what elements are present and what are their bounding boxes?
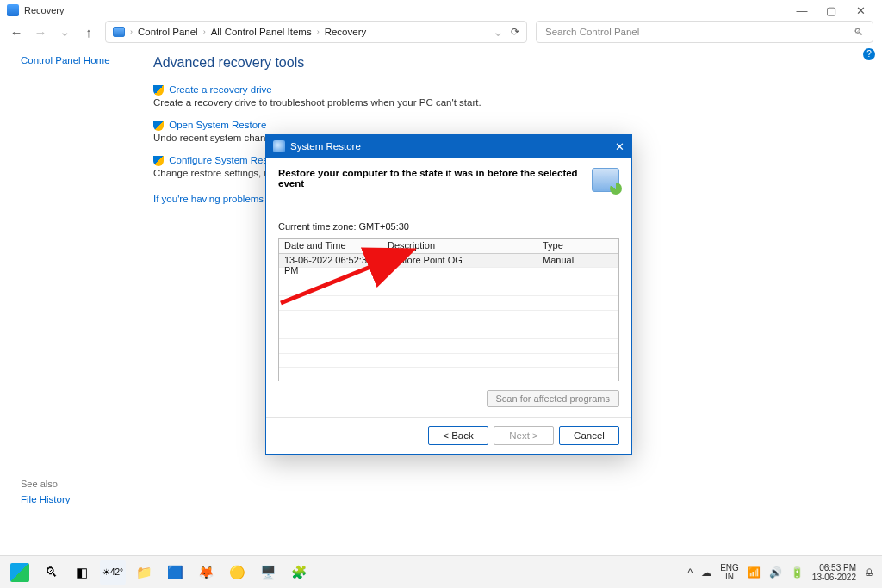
- breadcrumb[interactable]: Recovery: [325, 27, 367, 37]
- search-placeholder: Search Control Panel: [545, 27, 639, 37]
- restore-monitor-icon: [592, 168, 619, 192]
- shield-icon: [153, 156, 164, 166]
- taskbar[interactable]: 🔍︎ ◧ ☀42° 📁 🟦 🦊 🟡 🖥️ 🧩 ^ ☁ ENGIN 📶 🔊 🔋 0…: [0, 555, 882, 588]
- cancel-button[interactable]: Cancel: [559, 426, 619, 445]
- chevron-right-icon: ›: [203, 28, 206, 36]
- chevron-right-icon: ›: [317, 28, 320, 36]
- back-button[interactable]: < Back: [428, 426, 488, 445]
- col-type[interactable]: Type: [537, 239, 618, 253]
- pc-icon: [113, 27, 125, 37]
- cell-description: Restore Point OG: [382, 254, 537, 268]
- open-system-restore-link[interactable]: Open System Restore: [169, 120, 266, 130]
- window-title: Recovery: [24, 5, 64, 15]
- create-recovery-drive-link[interactable]: Create a recovery drive: [169, 84, 272, 95]
- table-row[interactable]: [279, 354, 618, 368]
- task-view-button[interactable]: ◧: [69, 560, 95, 585]
- search-button[interactable]: 🔍︎: [38, 560, 64, 585]
- table-row[interactable]: [279, 325, 618, 340]
- window-titlebar[interactable]: Recovery — ▢ ✕: [0, 0, 882, 21]
- scan-affected-programs-button[interactable]: Scan for affected programs: [487, 390, 619, 407]
- address-bar[interactable]: › Control Panel › All Control Panel Item…: [105, 21, 527, 43]
- wifi-icon[interactable]: 📶: [748, 566, 761, 579]
- breadcrumb[interactable]: Control Panel: [138, 27, 198, 37]
- table-row[interactable]: [279, 368, 618, 381]
- page-title: Advanced recovery tools: [153, 55, 481, 71]
- system-tray[interactable]: ^ ☁ ENGIN 📶 🔊 🔋 06:53 PM13-06-2022 🕭: [688, 563, 875, 582]
- weather-widget[interactable]: ☀42°: [100, 560, 126, 585]
- toolbar: ← → ⌄ ↑ › Control Panel › All Control Pa…: [0, 21, 882, 46]
- app-icon[interactable]: 🧩: [286, 560, 312, 585]
- table-row[interactable]: [279, 311, 618, 325]
- start-button[interactable]: [7, 560, 33, 585]
- refresh-icon[interactable]: ⟳: [511, 26, 519, 38]
- forward-button[interactable]: →: [33, 25, 48, 40]
- recovery-app-icon: [7, 4, 19, 16]
- dialog-button-row: < Back Next > Cancel: [266, 417, 631, 454]
- cell-datetime: 13-06-2022 06:52:35 PM: [279, 254, 382, 268]
- shield-icon: [153, 121, 164, 131]
- restore-point-list[interactable]: Date and Time Description Type 13-06-202…: [278, 238, 619, 381]
- next-button[interactable]: Next >: [494, 426, 554, 445]
- battery-icon[interactable]: 🔋: [791, 566, 804, 579]
- app-icon[interactable]: 🖥️: [255, 560, 281, 585]
- search-icon: 🔍︎: [854, 27, 864, 37]
- table-row[interactable]: 13-06-2022 06:52:35 PM Restore Point OG …: [279, 254, 618, 269]
- timezone-label: Current time zone: GMT+05:30: [278, 221, 619, 232]
- notifications-icon[interactable]: 🕭: [865, 566, 875, 579]
- up-button[interactable]: ↑: [81, 25, 96, 40]
- window-maximize-button[interactable]: ▢: [817, 4, 846, 17]
- help-icon[interactable]: ?: [863, 48, 875, 60]
- chrome-icon[interactable]: 🟡: [224, 560, 250, 585]
- table-row[interactable]: [279, 339, 618, 354]
- chevron-down-icon[interactable]: ⌄: [490, 24, 506, 40]
- chevron-right-icon: ›: [130, 28, 133, 36]
- recent-dropdown-icon[interactable]: ⌄: [57, 24, 72, 40]
- dialog-titlebar[interactable]: System Restore ✕: [266, 135, 631, 158]
- onedrive-icon[interactable]: ☁: [701, 566, 711, 579]
- breadcrumb[interactable]: All Control Panel Items: [211, 27, 312, 37]
- chevron-up-icon[interactable]: ^: [688, 566, 693, 579]
- language-indicator[interactable]: ENGIN: [720, 564, 739, 581]
- see-also-heading: See also: [21, 479, 150, 489]
- sidebar: Control Panel Home See also File History: [21, 55, 150, 504]
- tool-desc: Create a recovery drive to troubleshoot …: [153, 97, 481, 108]
- file-explorer-icon[interactable]: 📁: [131, 560, 157, 585]
- file-history-link[interactable]: File History: [21, 494, 150, 504]
- table-header-row: Date and Time Description Type: [279, 239, 618, 254]
- table-row[interactable]: [279, 268, 618, 282]
- cell-type: Manual: [537, 254, 618, 268]
- firefox-icon[interactable]: 🦊: [193, 560, 219, 585]
- close-icon[interactable]: ✕: [615, 140, 624, 153]
- col-description[interactable]: Description: [382, 239, 537, 253]
- back-button[interactable]: ←: [9, 25, 24, 40]
- window-minimize-button[interactable]: —: [787, 4, 817, 17]
- control-panel-home-link[interactable]: Control Panel Home: [21, 55, 110, 65]
- col-date-time[interactable]: Date and Time: [279, 239, 382, 253]
- search-input[interactable]: Search Control Panel 🔍︎: [536, 21, 873, 43]
- system-restore-dialog: System Restore ✕ Restore your computer t…: [265, 134, 632, 455]
- edge-icon[interactable]: 🟦: [162, 560, 188, 585]
- clock[interactable]: 06:53 PM13-06-2022: [812, 563, 856, 582]
- volume-icon[interactable]: 🔊: [769, 566, 782, 579]
- table-row[interactable]: [279, 296, 618, 311]
- window-close-button[interactable]: ✕: [846, 4, 875, 17]
- tool-item: Create a recovery drive Create a recover…: [153, 84, 481, 108]
- dialog-title: System Restore: [290, 141, 361, 152]
- shield-icon: [153, 85, 164, 96]
- dialog-header-text: Restore your computer to the state it wa…: [278, 168, 585, 189]
- table-row[interactable]: [279, 282, 618, 297]
- system-restore-icon: [273, 140, 285, 152]
